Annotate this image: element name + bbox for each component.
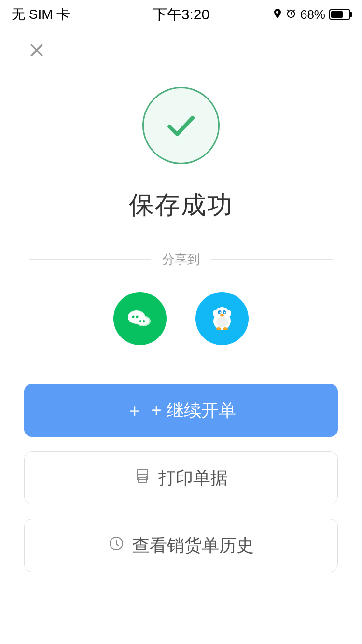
svg-point-21 — [216, 327, 221, 330]
status-bar: 无 SIM 卡 下午3:20 68% — [0, 0, 362, 29]
status-time: 下午3:20 — [153, 5, 209, 25]
main-content: 保存成功 分享到 — [0, 29, 362, 572]
location-icon — [273, 7, 282, 22]
status-left: 无 SIM 卡 — [12, 5, 74, 24]
close-button[interactable] — [23, 37, 50, 64]
battery-icon — [329, 9, 350, 20]
svg-point-11 — [139, 320, 141, 322]
svg-point-19 — [220, 314, 224, 317]
qq-share-button[interactable] — [195, 292, 249, 345]
history-label: 查看销货单历史 — [132, 534, 254, 558]
wechat-share-button[interactable] — [113, 292, 167, 345]
carrier-text: 无 SIM 卡 — [12, 5, 70, 24]
svg-point-23 — [213, 310, 218, 317]
share-label: 分享到 — [151, 251, 211, 268]
history-button[interactable]: 查看销货单历史 — [24, 519, 338, 572]
clock-icon — [108, 535, 125, 556]
print-icon — [134, 468, 151, 489]
svg-point-22 — [223, 327, 228, 330]
svg-point-12 — [143, 320, 145, 322]
svg-point-18 — [224, 312, 226, 314]
alarm-icon — [286, 7, 296, 22]
success-icon — [142, 87, 220, 164]
print-button[interactable]: 打印单据 — [24, 451, 338, 504]
svg-point-27 — [146, 476, 148, 477]
svg-point-24 — [226, 310, 231, 317]
status-right: 68% — [273, 7, 350, 22]
battery-percent: 68% — [300, 7, 325, 22]
svg-point-9 — [136, 316, 139, 318]
svg-point-17 — [220, 312, 221, 314]
svg-rect-26 — [139, 477, 146, 483]
continue-order-label: + 继续开单 — [151, 399, 236, 422]
divider-line-right — [211, 259, 333, 260]
share-icons — [113, 292, 249, 345]
divider-line-left — [29, 259, 151, 260]
svg-point-8 — [132, 316, 135, 318]
svg-point-20 — [216, 317, 228, 327]
continue-order-button[interactable]: ＋ + 继续开单 — [24, 384, 338, 437]
action-buttons: ＋ + 继续开单 打印单据 查看销货单历史 — [0, 384, 362, 572]
share-divider: 分享到 — [0, 251, 362, 268]
plus-icon: ＋ — [126, 399, 143, 422]
svg-rect-25 — [138, 469, 147, 474]
print-label: 打印单据 — [158, 466, 228, 490]
success-title: 保存成功 — [129, 188, 233, 222]
